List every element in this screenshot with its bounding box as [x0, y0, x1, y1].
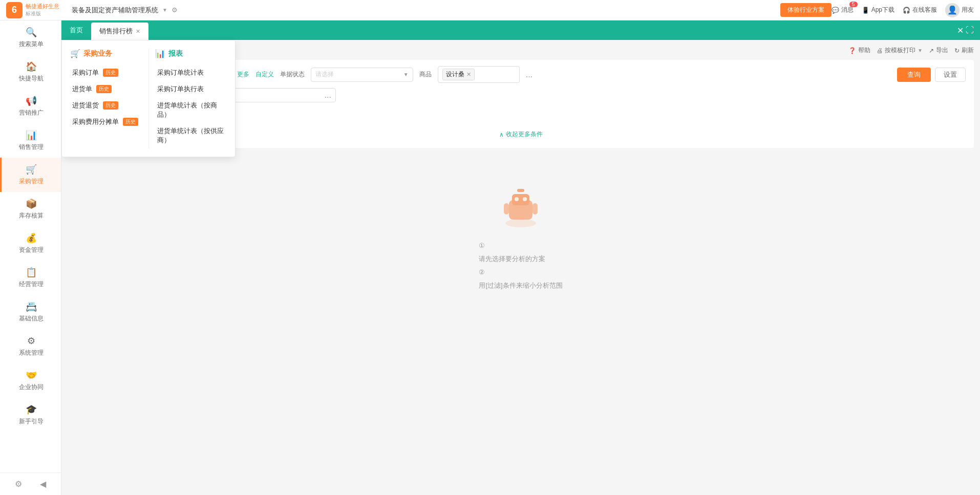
salesperson-input[interactable]: ... — [233, 88, 336, 102]
svg-rect-5 — [517, 189, 524, 192]
menu-item-return[interactable]: 进货退货 历史 — [70, 97, 142, 114]
set-btn[interactable]: 设置 — [935, 68, 966, 82]
purchase-section: 🛒 采购业务 采购订单 历史 进货单 历史 进货退货 历史 — [70, 49, 142, 148]
query-btn[interactable]: 查询 — [897, 68, 931, 82]
sidebar-item-system[interactable]: ⚙ 系统管理 — [0, 329, 61, 363]
sidebar-item-marketing[interactable]: 📢 营销推广 — [0, 89, 61, 123]
tip-icon-1: ① — [479, 239, 562, 252]
toolbar-export[interactable]: ↗ 导出 — [929, 46, 948, 55]
bill-status-label: 单据状态 — [280, 70, 305, 79]
collapse-btn[interactable]: ∧ 收起更多条件 — [499, 130, 543, 139]
main-layout: 🔍 搜索菜单 🏠 快捷导航 📢 营销推广 📊 销售管理 🛒 采购管理 📦 库存核… — [0, 20, 980, 495]
phone-icon: 📱 — [862, 7, 869, 14]
message-icon: 💬 — [832, 7, 839, 14]
sidebar-item-finance[interactable]: 💰 资金管理 — [0, 226, 61, 261]
sidebar-item-inventory[interactable]: 📦 库存核算 — [0, 192, 61, 226]
svg-rect-2 — [512, 194, 529, 205]
toolbar-print[interactable]: 🖨 按模板打印 ▼ — [877, 46, 923, 55]
sidebar-item-guide[interactable]: 🎓 新手引导 — [0, 398, 61, 432]
menu-item-report-3[interactable]: 进货单统计表（按供应商） — [155, 123, 227, 148]
menu-item-report-1[interactable]: 采购订单执行表 — [155, 81, 227, 97]
history-badge-3: 历史 — [123, 118, 138, 126]
logo-text: 畅捷通好生意 — [26, 3, 59, 10]
menu-divider — [148, 49, 149, 148]
topbar-right: 💬 消息 5 📱 App下载 🎧 在线客服 👤 用友 — [832, 3, 974, 17]
logo-badge: 标准版 — [26, 10, 59, 17]
sidebar-item-operations[interactable]: 📋 经营管理 — [0, 261, 61, 295]
sidebar-item-search[interactable]: 🔍 搜索菜单 — [0, 20, 61, 55]
empty-state: ① 请先选择要分析的方案 ② 用[过滤]条件来缩小分析范围 — [68, 154, 974, 323]
sidebar-item-sales[interactable]: 📊 销售管理 — [0, 123, 61, 158]
goods-label: 商品 — [419, 70, 432, 79]
collapse-icon[interactable]: ◀ — [40, 479, 46, 489]
user-area[interactable]: 👤 用友 — [945, 3, 974, 17]
query-actions: 查询 设置 — [897, 68, 966, 82]
app-title: 装备及固定资产辅助管理系统 — [72, 6, 158, 15]
tip-icon-2: ② — [479, 266, 562, 279]
report-section-title: 📊 报表 — [155, 49, 227, 58]
menu-item-report-2[interactable]: 进货单统计表（按商品） — [155, 97, 227, 123]
sidebar: 🔍 搜索菜单 🏠 快捷导航 📢 营销推广 📊 销售管理 🛒 采购管理 📦 库存核… — [0, 20, 61, 495]
purchase-icon: 🛒 — [26, 164, 37, 175]
toolbar-help[interactable]: ❓ 帮助 — [848, 46, 870, 55]
topbar: 6 畅捷通好生意 标准版 装备及固定资产辅助管理系统 ▼ ⚙ 体验行业方案 💬 … — [0, 0, 980, 20]
tab-bar: 首页 销售排行榜 ✕ ✕ ⛶ 🛒 采购业务 采购订单 — [61, 20, 980, 40]
svg-point-0 — [505, 219, 536, 227]
date-custom-link[interactable]: 自定义 — [255, 70, 274, 79]
help-icon: ❓ — [848, 47, 856, 54]
cooperation-icon: 🤝 — [26, 370, 37, 381]
sidebar-item-quick-nav[interactable]: 🏠 快捷导航 — [0, 55, 61, 89]
home-icon: 🏠 — [26, 61, 37, 72]
inventory-icon: 📦 — [26, 198, 37, 209]
date-more-link[interactable]: 更多 — [237, 70, 249, 79]
tab-close-btn[interactable]: ✕ — [957, 26, 964, 35]
sales-icon: 📊 — [26, 130, 37, 141]
menu-item-expense[interactable]: 采购费用分摊单 历史 — [70, 114, 142, 130]
sidebar-bottom: ⚙ ◀ — [0, 472, 61, 495]
headset-icon: 🎧 — [903, 7, 910, 14]
empty-tips: ① 请先选择要分析的方案 ② 用[过滤]条件来缩小分析范围 — [479, 239, 562, 292]
finance-icon: 💰 — [26, 232, 37, 244]
svg-point-3 — [515, 197, 519, 201]
settings-bottom-icon[interactable]: ⚙ — [15, 479, 22, 489]
svg-point-4 — [523, 197, 527, 201]
tab-expand-btn[interactable]: ⛶ — [966, 26, 974, 35]
history-badge-0: 历史 — [103, 69, 118, 77]
tab-close-icon[interactable]: ✕ — [136, 28, 140, 35]
logo-icon: 6 — [6, 2, 23, 18]
tab-home[interactable]: 首页 — [61, 20, 91, 40]
purchase-section-title: 🛒 采购业务 — [70, 49, 142, 58]
tab-sales-rank[interactable]: 销售排行榜 ✕ — [91, 23, 148, 40]
settings-icon[interactable]: ⚙ — [172, 6, 178, 14]
sidebar-item-cooperation[interactable]: 🤝 企业协同 — [0, 363, 61, 398]
menu-item-purchase-order[interactable]: 采购订单 历史 — [70, 64, 142, 81]
goods-tag-close[interactable]: ✕ — [466, 71, 471, 78]
menu-item-instock[interactable]: 进货单 历史 — [70, 81, 142, 97]
print-dropdown-icon[interactable]: ▼ — [918, 48, 923, 53]
basic-icon: 📇 — [26, 301, 37, 312]
report-section-icon: 📊 — [155, 49, 165, 58]
export-icon: ↗ — [929, 47, 934, 54]
message-btn[interactable]: 💬 消息 5 — [832, 6, 854, 14]
sidebar-item-basic[interactable]: 📇 基础信息 — [0, 295, 61, 329]
menu-item-report-0[interactable]: 采购订单统计表 — [155, 64, 227, 81]
online-service-btn[interactable]: 🎧 在线客服 — [903, 6, 937, 14]
app-download-btn[interactable]: 📱 App下载 — [862, 6, 894, 14]
refresh-icon: ↻ — [954, 47, 960, 54]
print-icon: 🖨 — [877, 47, 883, 54]
bill-status-arrow: ▼ — [403, 72, 409, 77]
goods-input[interactable]: 设计桑 ✕ — [438, 66, 520, 83]
toolbar-refresh[interactable]: ↻ 刷新 — [954, 46, 974, 55]
goods-tag: 设计桑 ✕ — [442, 69, 475, 80]
bill-status-input[interactable]: 请选择 ▼ — [311, 68, 413, 82]
message-badge: 5 — [849, 2, 858, 7]
industry-btn[interactable]: 体验行业方案 — [780, 3, 832, 17]
marketing-icon: 📢 — [26, 95, 37, 106]
avatar: 👤 — [945, 3, 960, 17]
title-dropdown-icon[interactable]: ▼ — [162, 7, 167, 13]
svg-rect-7 — [532, 203, 538, 214]
goods-more-btn[interactable]: ... — [526, 70, 532, 79]
salesperson-more[interactable]: ... — [325, 91, 331, 100]
sidebar-item-purchase[interactable]: 🛒 采购管理 — [0, 158, 61, 192]
history-badge-2: 历史 — [103, 101, 118, 110]
